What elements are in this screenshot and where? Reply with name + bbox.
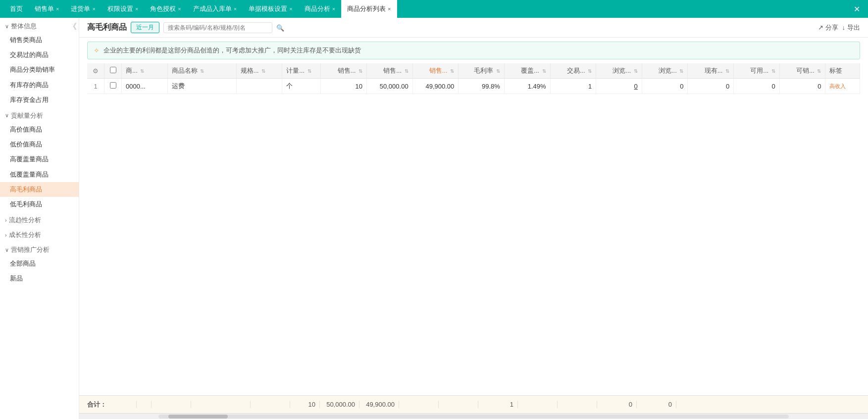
sidebar-item-high-margin[interactable]: 高毛利商品 [0, 182, 79, 197]
col-trade[interactable]: 交易... ⇅ [550, 63, 596, 79]
sidebar-group-trend[interactable]: › 流趋性分析 [0, 212, 79, 227]
footer-cell-6: 50,000.00 [320, 401, 359, 408]
select-all-checkbox[interactable] [110, 67, 116, 73]
sort-icon-sales-qty: ⇅ [358, 68, 362, 74]
col-tag[interactable]: 标签 [825, 63, 860, 79]
sidebar-item-all-goods[interactable]: 全部商品 [0, 256, 79, 271]
col-unit[interactable]: 计量... ⇅ [282, 63, 321, 79]
col-product-name[interactable]: 商品名称 ⇅ [167, 63, 236, 79]
export-button[interactable]: ↓ 导出 [842, 23, 861, 32]
col-stock-current[interactable]: 现有... ⇅ [688, 63, 734, 79]
col-gross-rate[interactable]: 毛利率 ⇅ [459, 63, 505, 79]
col-coverage[interactable]: 覆盖... ⇅ [504, 63, 550, 79]
nav-permissions[interactable]: 权限设置 × [102, 0, 144, 18]
nav-close-permissions[interactable]: × [135, 6, 138, 12]
table-row: 1 0000... 运费 个 10 50,000.00 49,900.00 99… [87, 79, 860, 94]
sort-icon-browse2: ⇅ [679, 68, 683, 74]
sort-icon-gross: ⇅ [496, 68, 500, 74]
nav-close-purchase[interactable]: × [92, 6, 95, 12]
col-stock-available[interactable]: 可用... ⇅ [734, 63, 780, 79]
nav-close-template[interactable]: × [289, 6, 292, 12]
footer-cell-14: 0 [637, 401, 676, 408]
sidebar-item-traded-goods[interactable]: 交易过的商品 [0, 47, 79, 62]
sort-icon-trade: ⇅ [588, 68, 592, 74]
row-browse1[interactable]: 0 [596, 79, 642, 94]
sidebar-group-growth[interactable]: › 成长性分析 [0, 227, 79, 241]
horizontal-scrollbar[interactable] [79, 413, 868, 419]
arrow-down-icon: ∨ [5, 23, 9, 30]
nav-close-analysis-list[interactable]: × [388, 6, 391, 12]
settings-icon: ⚙ [93, 67, 99, 75]
nav-close-sales[interactable]: × [56, 6, 59, 12]
row-name: 运费 [167, 79, 236, 94]
row-coverage: 1.49% [504, 79, 550, 94]
row-gross-rate: 99.8% [459, 79, 505, 94]
arrow-down-icon-2: ∨ [5, 112, 9, 119]
sidebar-item-high-coverage[interactable]: 高覆盖量商品 [0, 152, 79, 167]
nav-product-analysis-list[interactable]: 商品分析列表 × [341, 0, 397, 18]
row-checkbox[interactable] [104, 79, 122, 94]
sidebar-item-high-value[interactable]: 高价值商品 [0, 122, 79, 137]
row-select-checkbox[interactable] [110, 82, 116, 89]
nav-close-roles[interactable]: × [178, 6, 181, 12]
sidebar-item-sales-goods[interactable]: 销售类商品 [0, 33, 79, 47]
content-header: 高毛利商品 近一月 🔍 ↗ 分享 ↓ 导出 [79, 18, 868, 38]
nav-sales-order[interactable]: 销售单 × [29, 0, 65, 18]
sidebar-item-category-rate[interactable]: 商品分类助销率 [0, 62, 79, 77]
product-table: ⚙ 商... ⇅ 商品名称 ⇅ [87, 63, 860, 94]
search-input[interactable] [163, 22, 272, 33]
sidebar-item-stock-capital[interactable]: 库存资金占用 [0, 93, 79, 107]
col-sales-qty[interactable]: 销售... ⇅ [321, 63, 367, 79]
col-checkbox[interactable] [104, 63, 122, 79]
top-navigation: 首页 销售单 × 进货单 × 权限设置 × 角色授权 × 产成品入库单 × 单据… [0, 0, 868, 18]
col-settings[interactable]: ⚙ [87, 63, 104, 79]
page-title: 高毛利商品 [87, 22, 127, 33]
sidebar-group-marketing[interactable]: ∨ 营销推广分析 [0, 241, 79, 256]
nav-close-inbound[interactable]: × [234, 6, 237, 12]
footer-cell-12 [558, 401, 597, 408]
nav-roles[interactable]: 角色授权 × [144, 0, 187, 18]
sidebar-item-low-margin[interactable]: 低毛利商品 [0, 197, 79, 212]
search-button[interactable]: 🔍 [276, 23, 284, 32]
col-spec[interactable]: 规格... ⇅ [236, 63, 282, 79]
col-browse1[interactable]: 浏览... ⇅ [596, 63, 642, 79]
col-browse2[interactable]: 浏览... ⇅ [642, 63, 688, 79]
footer-cell-3 [191, 401, 251, 408]
row-code: 0000... [121, 79, 167, 94]
nav-template-settings[interactable]: 单据模板设置 × [243, 0, 298, 18]
footer-label: 合计： [87, 400, 117, 409]
table-wrapper: ⚙ 商... ⇅ 商品名称 ⇅ [79, 63, 868, 395]
sidebar-item-new-goods[interactable]: 新品 [0, 271, 79, 286]
nav-close-analysis[interactable]: × [332, 6, 335, 12]
col-sales-amount[interactable]: 销售... ⇅ [366, 63, 412, 79]
nav-product-analysis[interactable]: 商品分析 × [299, 0, 341, 18]
table-body: 1 0000... 运费 个 10 50,000.00 49,900.00 99… [87, 79, 860, 94]
sidebar-item-low-value[interactable]: 低价值商品 [0, 137, 79, 152]
window-close-button[interactable]: ✕ [850, 4, 864, 14]
scrollbar-thumb[interactable] [168, 415, 228, 419]
filter-recent-month-button[interactable]: 近一月 [131, 22, 159, 33]
nav-home[interactable]: 首页 [4, 0, 29, 18]
info-icon: ✧ [94, 47, 100, 54]
row-browse2: 0 [642, 79, 688, 94]
row-sales-profit: 49,900.00 [412, 79, 459, 94]
sort-icon-stock-sell: ⇅ [817, 68, 821, 74]
footer-cell-7: 49,900.00 [359, 401, 399, 408]
footer-cells: 10 50,000.00 49,900.00 1 0 0 [117, 401, 860, 408]
sort-icon-stock-cur: ⇅ [725, 68, 729, 74]
sidebar-item-low-coverage[interactable]: 低覆盖量商品 [0, 167, 79, 182]
nav-product-inbound[interactable]: 产成品入库单 × [187, 0, 243, 18]
sidebar-item-stocked-goods[interactable]: 有库存的商品 [0, 78, 79, 93]
col-stock-sellable[interactable]: 可销... ⇅ [779, 63, 825, 79]
sidebar-group-overall[interactable]: ∨ 整体信息 [0, 18, 79, 33]
nav-purchase-order[interactable]: 进货单 × [65, 0, 101, 18]
export-icon: ↓ [842, 24, 846, 31]
col-sales-profit[interactable]: 销售... ⇅ [412, 63, 459, 79]
sort-icon: ⇅ [140, 68, 144, 74]
sidebar-collapse-button[interactable]: 《 [69, 22, 77, 32]
sidebar-group-contribution[interactable]: ∨ 贡献量分析 [0, 107, 79, 122]
sort-icon-coverage: ⇅ [542, 68, 546, 74]
sort-icon-spec: ⇅ [261, 68, 265, 74]
share-button[interactable]: ↗ 分享 [818, 23, 838, 32]
col-product-code[interactable]: 商... ⇅ [121, 63, 167, 79]
